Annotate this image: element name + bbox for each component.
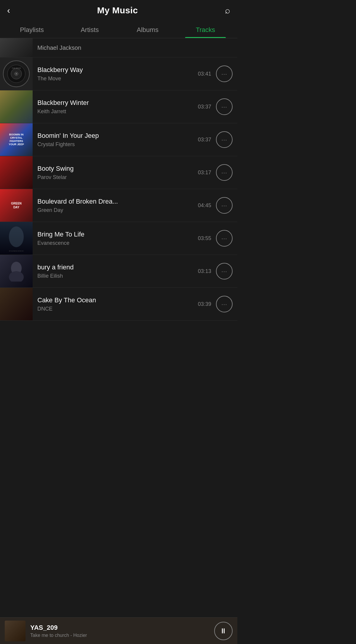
track-item[interactable]: GREENDAY Boulevard of Broken Drea... Gre… bbox=[0, 189, 237, 222]
track-thumb bbox=[0, 90, 33, 123]
now-playing-title: YAS_209 bbox=[30, 624, 209, 632]
track-item[interactable]: Booty Swing Parov Stelar 03:17 ··· bbox=[0, 156, 237, 189]
track-artist: Crystal Fighters bbox=[37, 141, 188, 148]
track-info: Blackberry Winter Keith Jarrett bbox=[33, 99, 193, 115]
now-playing-subtitle: Take me to church - Hozier bbox=[30, 633, 209, 638]
svg-text:THE MOVE: THE MOVE bbox=[12, 67, 21, 69]
svg-point-7 bbox=[9, 226, 24, 247]
track-thumb: THE MOVE bbox=[0, 57, 33, 90]
track-thumb bbox=[0, 255, 33, 287]
svg-point-10 bbox=[9, 271, 24, 282]
track-name: Boulevard of Broken Drea... bbox=[37, 198, 188, 205]
track-more-button[interactable]: ··· bbox=[216, 197, 233, 214]
track-list: Michael Jackson THE MOVE Blackberry Way … bbox=[0, 38, 237, 321]
track-info-partial: Michael Jackson bbox=[33, 44, 237, 51]
partial-track-name: Michael Jackson bbox=[37, 44, 81, 51]
track-artist: Keith Jarrett bbox=[37, 108, 188, 115]
track-more-button[interactable]: ··· bbox=[216, 98, 233, 115]
track-duration: 03:55 bbox=[193, 235, 216, 242]
track-duration: 03:13 bbox=[193, 268, 216, 274]
track-duration: 03:17 bbox=[193, 170, 216, 176]
track-name: Booty Swing bbox=[37, 165, 188, 172]
track-name: Cake By The Ocean bbox=[37, 296, 188, 304]
track-info: Blackberry Way The Move bbox=[33, 66, 193, 82]
now-playing-info: YAS_209 Take me to church - Hozier bbox=[26, 624, 214, 638]
track-more-button[interactable]: ··· bbox=[216, 230, 233, 247]
track-name: Bring Me To Life bbox=[37, 231, 188, 238]
track-info: Boulevard of Broken Drea... Green Day bbox=[33, 198, 193, 213]
track-artist: Green Day bbox=[37, 207, 188, 213]
now-playing-bar[interactable]: YAS_209 Take me to church - Hozier ⏸ bbox=[0, 617, 237, 644]
track-thumb bbox=[0, 288, 33, 320]
track-name: Blackberry Way bbox=[37, 66, 188, 74]
page-title: My Music bbox=[97, 5, 138, 15]
track-info: Cake By The Ocean DNCE bbox=[33, 296, 193, 312]
track-more-button[interactable]: ··· bbox=[216, 296, 233, 312]
track-name: Blackberry Winter bbox=[37, 99, 188, 107]
track-artist: Billie Eilish bbox=[37, 273, 188, 279]
track-artist: Evanescence bbox=[37, 240, 188, 246]
track-item[interactable]: Cake By The Ocean DNCE 03:39 ··· bbox=[0, 288, 237, 321]
track-info: Boomin' In Your Jeep Crystal Fighters bbox=[33, 132, 193, 148]
svg-point-4 bbox=[16, 73, 17, 74]
track-info: bury a friend Billie Eilish bbox=[33, 263, 193, 279]
track-item-partial[interactable]: Michael Jackson bbox=[0, 38, 237, 57]
tab-albums[interactable]: Albums bbox=[119, 21, 177, 38]
track-name: Boomin' In Your Jeep bbox=[37, 132, 188, 140]
tab-tracks[interactable]: Tracks bbox=[177, 21, 234, 38]
track-thumb: BOOMIN INCRYSTALFIGHTERSYOUR JEEP bbox=[0, 123, 33, 156]
track-artist: DNCE bbox=[37, 306, 188, 312]
tab-bar: Playlists Artists Albums Tracks bbox=[0, 21, 237, 38]
track-thumb: EVANESCENCE bbox=[0, 222, 33, 255]
svg-text:EVANESCENCE: EVANESCENCE bbox=[9, 250, 24, 252]
track-thumb: GREENDAY bbox=[0, 189, 33, 222]
search-button[interactable]: ⌕ bbox=[225, 5, 230, 15]
track-item[interactable]: EVANESCENCE Bring Me To Life Evanescence… bbox=[0, 222, 237, 255]
tab-playlists[interactable]: Playlists bbox=[3, 21, 61, 38]
track-item[interactable]: bury a friend Billie Eilish 03:13 ··· bbox=[0, 255, 237, 288]
track-item[interactable]: BOOMIN INCRYSTALFIGHTERSYOUR JEEP Boomin… bbox=[0, 123, 237, 156]
track-more-button[interactable]: ··· bbox=[216, 263, 233, 279]
track-duration: 03:37 bbox=[193, 137, 216, 143]
track-duration: 03:37 bbox=[193, 104, 216, 110]
back-button[interactable]: ‹ bbox=[7, 5, 10, 15]
pause-button[interactable]: ⏸ bbox=[214, 622, 233, 640]
track-duration: 03:39 bbox=[193, 301, 216, 307]
track-duration: 03:41 bbox=[193, 71, 216, 77]
track-info: Booty Swing Parov Stelar bbox=[33, 165, 193, 180]
track-name: bury a friend bbox=[37, 263, 188, 271]
track-artist: The Move bbox=[37, 76, 188, 82]
track-item[interactable]: THE MOVE Blackberry Way The Move 03:41 ·… bbox=[0, 57, 237, 90]
track-item[interactable]: Blackberry Winter Keith Jarrett 03:37 ··… bbox=[0, 90, 237, 123]
header: ‹ My Music ⌕ bbox=[0, 0, 237, 21]
track-duration: 04:45 bbox=[193, 202, 216, 209]
now-playing-thumb bbox=[5, 621, 26, 641]
tab-artists[interactable]: Artists bbox=[61, 21, 119, 38]
track-more-button[interactable]: ··· bbox=[216, 131, 233, 148]
track-artist: Parov Stelar bbox=[37, 174, 188, 180]
track-more-button[interactable]: ··· bbox=[216, 164, 233, 181]
track-thumb bbox=[0, 156, 33, 189]
track-more-button[interactable]: ··· bbox=[216, 65, 233, 82]
track-thumb-partial bbox=[0, 38, 33, 57]
track-info: Bring Me To Life Evanescence bbox=[33, 231, 193, 246]
